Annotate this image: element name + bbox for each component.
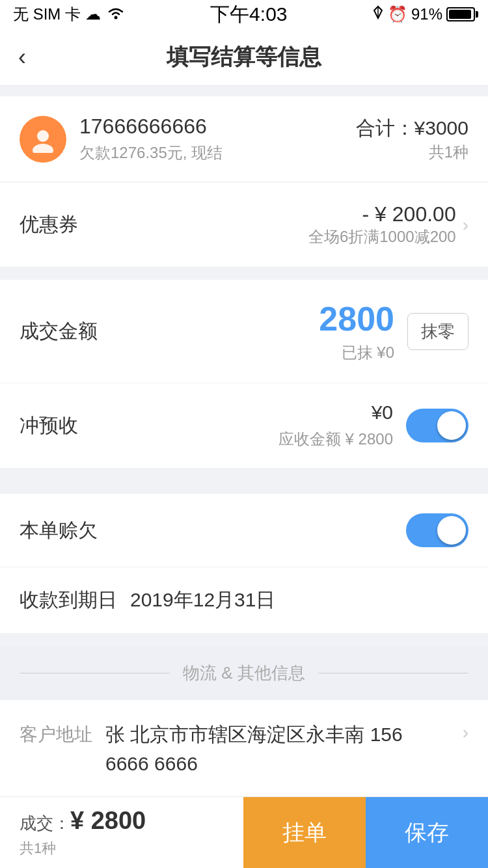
save-button[interactable]: 保存: [366, 797, 488, 869]
amount-row: 成交金额 2800 已抹 ¥0 抹零: [20, 280, 468, 383]
status-time: 下午4:03: [210, 1, 287, 28]
address-section[interactable]: 客户地址 张 北京市市辖区海淀区永丰南 156 6666 6666 ›: [0, 700, 488, 798]
due-section: 收款到期日 2019年12月31日: [0, 567, 488, 633]
debt-toggle[interactable]: [406, 513, 468, 547]
section-gap-1: [0, 267, 488, 280]
prepaid-toggle[interactable]: [406, 409, 468, 442]
prepaid-sub: 应收金额 ¥ 2800: [278, 429, 393, 450]
address-arrow-icon: ›: [463, 720, 468, 743]
round-off-button[interactable]: 抹零: [407, 313, 468, 350]
amount-right: 2800 已抹 ¥0 抹零: [319, 299, 468, 363]
bottom-bar: 成交：¥ 2800 共1种 挂单 保存: [0, 796, 488, 868]
amount-sub: 已抹 ¥0: [319, 342, 394, 363]
bottom-total-amount: ¥ 2800: [70, 807, 146, 834]
hang-button[interactable]: 挂单: [243, 797, 366, 869]
logistics-line-right: [318, 673, 468, 673]
svg-point-2: [37, 130, 49, 142]
prepaid-label: 冲预收: [20, 413, 78, 439]
due-value: 2019年12月31日: [130, 587, 275, 614]
nav-title: 填写结算等信息: [167, 42, 321, 72]
coupon-amount: - ¥ 200.00: [308, 202, 456, 226]
status-right: ⏰ 91%: [372, 5, 475, 23]
customer-count: 共1种: [356, 142, 468, 163]
battery-icon: [446, 7, 475, 21]
battery-percent: 91%: [411, 5, 442, 23]
customer-phone: 17666666666: [79, 115, 223, 139]
address-label: 客户地址: [20, 720, 92, 747]
amount-label: 成交金额: [20, 318, 98, 345]
debt-label: 本单赊欠: [20, 517, 98, 544]
debt-toggle-knob: [437, 516, 466, 545]
logistics-text: 物流 & 其他信息: [183, 662, 305, 685]
amount-section: 成交金额 2800 已抹 ¥0 抹零: [0, 280, 488, 383]
customer-right: 合计：¥3000 共1种: [356, 115, 468, 163]
due-label: 收款到期日: [20, 587, 117, 614]
no-sim-text: 无 SIM 卡 ☁: [13, 4, 101, 25]
back-button[interactable]: ‹: [18, 44, 26, 71]
svg-point-3: [33, 144, 53, 153]
section-gap-3: [0, 633, 488, 646]
coupon-row[interactable]: 优惠券 - ¥ 200.00 全场6折满1000减200 ›: [0, 183, 488, 267]
alarm-icon: ⏰: [388, 5, 407, 23]
bottom-total-label: 成交：¥ 2800: [20, 807, 224, 835]
status-bar: 无 SIM 卡 ☁ 下午4:03 ⏰ 91%: [0, 0, 488, 29]
location-icon: [372, 5, 384, 23]
nav-bar: ‹ 填写结算等信息: [0, 29, 488, 86]
prepaid-right: ¥0 应收金额 ¥ 2800: [278, 401, 468, 450]
section-gap-2: [0, 468, 488, 481]
logistics-line-left: [20, 673, 170, 673]
svg-point-0: [114, 16, 117, 20]
debt-section: 本单赊欠: [0, 494, 488, 567]
content: 17666666666 欠款1276.35元, 现结 合计：¥3000 共1种 …: [0, 96, 488, 868]
coupon-label: 优惠券: [20, 211, 78, 238]
avatar: [20, 116, 66, 163]
customer-card: 17666666666 欠款1276.35元, 现结 合计：¥3000 共1种: [0, 96, 488, 182]
logistics-separator: 物流 & 其他信息: [0, 646, 488, 700]
prepaid-row: 冲预收 ¥0 应收金额 ¥ 2800: [0, 383, 488, 468]
coupon-arrow-icon: ›: [463, 215, 468, 236]
coupon-right: - ¥ 200.00 全场6折满1000减200 ›: [308, 202, 468, 247]
coupon-desc: 全场6折满1000减200: [308, 226, 456, 247]
toggle-knob: [437, 411, 466, 440]
address-value: 张 北京市市辖区海淀区永丰南 156 6666 6666: [105, 720, 450, 778]
bottom-left: 成交：¥ 2800 共1种: [0, 807, 243, 858]
customer-left: 17666666666 欠款1276.35元, 现结: [20, 115, 223, 163]
bottom-count: 共1种: [20, 839, 224, 858]
prepaid-value: ¥0: [372, 401, 393, 424]
customer-info: 17666666666 欠款1276.35元, 现结: [79, 115, 223, 163]
status-left: 无 SIM 卡 ☁: [13, 4, 126, 25]
wifi-icon: [106, 5, 126, 23]
customer-debt: 欠款1276.35元, 现结: [79, 142, 223, 163]
customer-total: 合计：¥3000: [356, 115, 468, 142]
amount-value: 2800: [319, 299, 394, 338]
